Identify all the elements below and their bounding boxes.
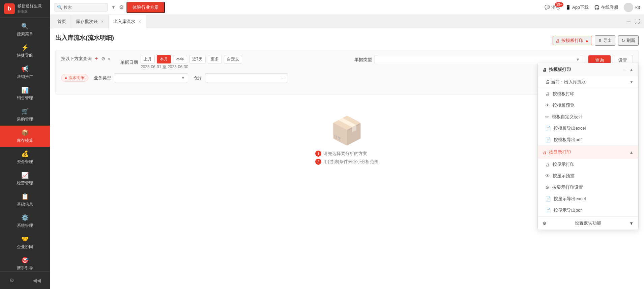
date-btn-this-year[interactable]: 本年 bbox=[173, 55, 187, 63]
biz-type-select[interactable]: ▼ bbox=[114, 73, 188, 82]
sidebar-item-cooperation[interactable]: 🤝 企业协同 bbox=[0, 232, 50, 253]
sidebar-item-sales[interactable]: 📊 销售管理 bbox=[0, 83, 50, 104]
tab-home[interactable]: 首页 bbox=[53, 15, 71, 28]
dropdown-current-item[interactable]: 🖨 当前：出入库流水 ▼ bbox=[538, 76, 638, 88]
tab-minimize-icon[interactable]: ─ bbox=[625, 17, 632, 26]
print-button[interactable]: 🖨 按模板打印 ▲ bbox=[553, 36, 592, 45]
dp-item-display-pdf[interactable]: 📄 按显示导出pdf bbox=[538, 205, 638, 216]
tab-bar: 首页 库存批次账 × 出入库流水 × ─ ⛶ bbox=[50, 15, 644, 28]
dropdown-arrow-up-icon[interactable]: ▲ bbox=[629, 67, 634, 72]
display-section-arrow-icon: ▲ bbox=[629, 150, 634, 155]
step-num-2: 2 bbox=[315, 159, 321, 165]
sidebar-item-label: 营销推广 bbox=[17, 74, 33, 80]
finance-icon: 💰 bbox=[21, 150, 29, 158]
dp-item-display-settings[interactable]: ⚙ 按显示打印设置 bbox=[538, 182, 638, 193]
warehouse-more-icon[interactable]: ··· bbox=[281, 75, 285, 80]
sidebar-item-label: 销售管理 bbox=[17, 95, 33, 101]
export-button[interactable]: ⬆ 导出 bbox=[595, 35, 615, 46]
date-field: 单据日期 上月 本月 本年 近7天 更多 自定义 2023-06-01 至 20… bbox=[120, 55, 349, 70]
dp-display-printer-icon: 🖨 bbox=[545, 162, 550, 167]
refresh-label: 刷新 bbox=[626, 37, 635, 44]
date-range-text: 2023-06-01 至 2023-06-30 bbox=[141, 64, 242, 70]
online-service-item[interactable]: 🎧 在线客服 bbox=[594, 4, 618, 10]
header-right: 💬 消息 99+ 📱 App下载 🎧 在线客服 Rit bbox=[545, 3, 640, 12]
tab-home-label: 首页 bbox=[57, 19, 66, 25]
dp-display-excel-icon: 📄 bbox=[545, 196, 551, 202]
sidebar-item-finance[interactable]: 💰 资金管理 bbox=[0, 147, 50, 168]
system-icon: ⚙️ bbox=[21, 214, 29, 221]
search-input[interactable] bbox=[64, 5, 104, 10]
tab-batch-close[interactable]: × bbox=[101, 19, 104, 24]
sidebar-item-marketing[interactable]: 📢 营销推广 bbox=[0, 62, 50, 83]
dp-display-preview-icon: 👁 bbox=[545, 173, 550, 179]
date-btn-this-month[interactable]: 本月 bbox=[157, 55, 171, 63]
user-avatar-item[interactable]: Rit bbox=[624, 3, 640, 12]
dp-item-template-pdf-label: 按模板导出pdf bbox=[554, 137, 582, 143]
filter-tag-text: 流水明细 bbox=[68, 75, 85, 81]
cooperation-icon: 🤝 bbox=[21, 235, 29, 243]
sidebar-logo: b 畅捷通好生意 标准版 bbox=[0, 0, 50, 18]
message-item[interactable]: 💬 消息 99+ bbox=[545, 4, 560, 10]
dropdown-title-text: 按模板打印 bbox=[549, 67, 571, 73]
dp-item-display-print[interactable]: 🖨 按显示打印 bbox=[538, 159, 638, 170]
add-query-icon[interactable]: ＋ bbox=[94, 55, 99, 62]
date-btn-7days[interactable]: 近7天 bbox=[189, 55, 206, 63]
dp-item-template-print[interactable]: 🖨 按模板打印 bbox=[538, 88, 638, 100]
dp-item-template-design-label: 模板自定义设计 bbox=[552, 114, 583, 120]
sidebar-item-operations[interactable]: 📈 经营管理 bbox=[0, 168, 50, 189]
tab-flow-close[interactable]: × bbox=[139, 19, 141, 24]
display-print-title-text: 按显示打印 bbox=[549, 149, 571, 155]
tab-maximize-icon[interactable]: ⛶ bbox=[633, 17, 641, 26]
sidebar-item-purchase[interactable]: 🛒 采购管理 bbox=[0, 104, 50, 126]
display-print-header[interactable]: 🖨 按显示打印 ▲ bbox=[538, 146, 638, 159]
sidebar-item-search[interactable]: 🔍 搜索菜单 bbox=[0, 19, 50, 41]
dp-item-template-preview[interactable]: 👁 按模板预览 bbox=[538, 100, 638, 111]
tab-batch-label: 库存批次账 bbox=[76, 19, 98, 25]
date-row: 上月 本月 本年 近7天 更多 自定义 bbox=[141, 55, 242, 63]
refresh-icon: ↻ bbox=[621, 38, 625, 43]
sidebar-item-shortcuts[interactable]: ⚡ 快捷导航 bbox=[0, 41, 50, 62]
sidebar-item-label: 新手引导 bbox=[17, 265, 33, 271]
basic-icon: 📋 bbox=[21, 193, 29, 200]
sidebar-item-system[interactable]: ⚙️ 系统管理 bbox=[0, 211, 50, 232]
sidebar-item-basic[interactable]: 📋 基础信息 bbox=[0, 189, 50, 211]
current-text: 当前：出入库流水 bbox=[551, 79, 586, 84]
dropdown-more-icon[interactable]: ··· bbox=[623, 67, 626, 72]
query-collapse-icon[interactable]: « bbox=[108, 56, 110, 61]
message-badge: 99+ bbox=[555, 2, 563, 7]
page-title: 出入库流水(流水明细) bbox=[55, 34, 114, 42]
tab-flow[interactable]: 出入库流水 × bbox=[109, 15, 146, 28]
purchase-icon: 🛒 bbox=[21, 108, 29, 115]
header-dropdown-icon[interactable]: ▼ bbox=[111, 4, 116, 10]
dp-item-display-preview[interactable]: 👁 按显示预览 bbox=[538, 170, 638, 182]
query-label: 按以下方案查询 bbox=[61, 56, 92, 62]
shortcuts-icon: ⚡ bbox=[21, 44, 29, 51]
dp-item-display-excel[interactable]: 📄 按显示导出excel bbox=[538, 193, 638, 205]
date-btn-custom[interactable]: 自定义 bbox=[224, 55, 242, 63]
refresh-button[interactable]: ↻ 刷新 bbox=[618, 35, 639, 46]
dp-item-template-design[interactable]: ✏ 模板自定义设计 bbox=[538, 111, 638, 123]
sidebar-item-inventory[interactable]: 📦 库存核算 bbox=[0, 126, 50, 147]
dp-item-template-pdf[interactable]: 📄 按模板导出pdf bbox=[538, 134, 638, 146]
collapse-sidebar-icon[interactable]: ◀◀ bbox=[31, 275, 43, 286]
header-search-box[interactable]: 🔍 bbox=[54, 3, 108, 11]
settings-bottom-icon[interactable]: ⚙ bbox=[7, 275, 16, 286]
header-gear-icon[interactable]: ⚙ bbox=[119, 4, 124, 10]
date-btn-more[interactable]: 更多 bbox=[208, 55, 222, 63]
sidebar-item-label: 快捷导航 bbox=[17, 53, 33, 58]
dropdown-footer[interactable]: ⚙ 设置默认功能 ▼ bbox=[538, 216, 638, 230]
sidebar-item-guide[interactable]: 🎯 新手引导 bbox=[0, 253, 50, 271]
warehouse-select[interactable]: ··· bbox=[205, 73, 288, 82]
step-1-text: 请先选择要分析的方案 bbox=[323, 151, 367, 157]
printer-dp-icon: 🖨 bbox=[543, 67, 547, 72]
tab-flow-label: 出入库流水 bbox=[113, 19, 135, 25]
app-logo-icon: b bbox=[4, 3, 15, 14]
tab-batch[interactable]: 库存批次账 × bbox=[71, 15, 109, 28]
trial-button[interactable]: 体验行业方案 bbox=[126, 2, 165, 13]
app-download-item[interactable]: 📱 App下载 bbox=[565, 4, 589, 10]
marketing-icon: 📢 bbox=[21, 65, 29, 73]
dp-item-template-excel[interactable]: 📄 按模板导出excel bbox=[538, 123, 638, 134]
query-gear-icon[interactable]: ⚙ bbox=[101, 56, 106, 61]
date-btn-last-month[interactable]: 上月 bbox=[141, 55, 155, 63]
biz-type-label: 业务类型 bbox=[94, 75, 111, 81]
